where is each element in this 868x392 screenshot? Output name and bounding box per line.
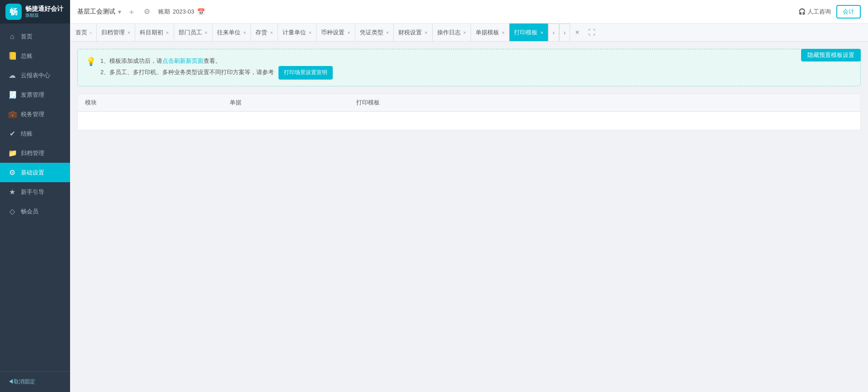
tab-label: 存货 [255, 28, 267, 37]
tab-close-all-button[interactable]: × [570, 24, 585, 42]
sidebar-item-label: 归档管理 [21, 149, 44, 157]
col-module-header: 模块 [78, 99, 222, 107]
notice-box: 💡 1、模板添加成功后，请点击刷新新页面查看。 2、多员工、多打印机、多种业务类… [77, 49, 861, 86]
tab-home[interactable]: 首页 ‹ [71, 24, 97, 42]
home-icon: ⌂ [8, 33, 16, 41]
tab-close-icon[interactable]: × [309, 30, 311, 35]
company-selector[interactable]: 基层工会测试 ▾ [77, 8, 121, 16]
tab-archive[interactable]: 归档管理 × [97, 24, 135, 42]
topbar: 基层工会测试 ▾ ＋ ⚙ 账期 2023-03 📅 🎧 人工咨询 会计 [70, 0, 868, 24]
archive-icon: 📁 [8, 149, 16, 157]
headset-icon: 🎧 [798, 8, 806, 15]
logo-area: 畅 畅捷通好会计 旗舰版 [0, 0, 70, 24]
sidebar-item-label: 发票管理 [21, 91, 44, 99]
tab-nav-icon: ‹ [90, 30, 92, 35]
tab-print[interactable]: 打印模板 × [509, 24, 548, 42]
settings-icon: ⚙ [8, 168, 16, 177]
sidebar-item-ledger[interactable]: 📒 总账 [0, 46, 70, 66]
tab-close-icon[interactable]: × [243, 30, 246, 35]
tab-label: 凭证类型 [360, 28, 383, 37]
tab-subject[interactable]: 科目期初 × [135, 24, 174, 42]
sidebar-item-guide[interactable]: ★ 新手引导 [0, 182, 70, 202]
tab-prev-button[interactable]: ‹ [548, 24, 559, 42]
cloud-icon: ☁ [8, 71, 16, 80]
tab-label: 部门员工 [179, 28, 202, 37]
sidebar-item-label: 畅会员 [21, 208, 38, 216]
calendar-icon[interactable]: 📅 [197, 8, 205, 15]
sidebar-item-label: 首页 [21, 33, 33, 41]
sidebar-item-settings[interactable]: ⚙ 基础设置 [0, 163, 70, 182]
tab-close-icon[interactable]: × [463, 30, 466, 35]
tab-close-icon[interactable]: × [540, 30, 543, 35]
tab-label: 币种设置 [321, 28, 344, 37]
sidebar-item-tax[interactable]: 💼 税务管理 [0, 104, 70, 124]
tab-customer[interactable]: 往来单位 × [212, 24, 251, 42]
tab-close-icon[interactable]: × [270, 30, 273, 35]
sidebar: 畅 畅捷通好会计 旗舰版 ⌂ 首页 📒 总账 ☁ 云报表中心 🧾 发票管理 💼 … [0, 0, 70, 392]
tabbar: 首页 ‹ 归档管理 × 科目期初 × 部门员工 × 往来单位 × 存货 × 计量… [70, 24, 868, 42]
sidebar-nav: ⌂ 首页 📒 总账 ☁ 云报表中心 🧾 发票管理 💼 税务管理 ✔ 结账 📁 归… [0, 24, 70, 371]
sidebar-item-invoice[interactable]: 🧾 发票管理 [0, 85, 70, 104]
print-template-table: 模块 单据 打印模板 [77, 94, 861, 130]
tab-label: 计量单位 [283, 28, 306, 37]
sidebar-item-label: 税务管理 [21, 110, 44, 118]
settings-gear-icon[interactable]: ⚙ [142, 7, 152, 16]
sidebar-item-home[interactable]: ⌂ 首页 [0, 27, 70, 46]
tab-close-icon[interactable]: × [347, 30, 350, 35]
period-value: 2023-03 [173, 8, 194, 15]
tax-icon: 💼 [8, 110, 16, 118]
tab-dept[interactable]: 部门员工 × [174, 24, 212, 42]
tab-label: 首页 [75, 28, 87, 37]
tab-close-icon[interactable]: × [425, 30, 427, 35]
ledger-icon: 📒 [8, 52, 16, 60]
sidebar-item-label: 云报表中心 [21, 71, 50, 80]
tab-unit[interactable]: 计量单位 × [278, 24, 316, 42]
add-tab-button[interactable]: ＋ [126, 6, 137, 17]
member-icon: ◇ [8, 207, 16, 216]
sidebar-item-member[interactable]: ◇ 畅会员 [0, 202, 70, 221]
tab-next-button[interactable]: › [559, 24, 570, 42]
sidebar-item-label: 总账 [21, 52, 33, 60]
tab-expand-button[interactable]: ⛶ [585, 24, 599, 42]
table-body [78, 112, 860, 130]
tab-close-icon[interactable]: × [386, 30, 389, 35]
tab-label: 打印模板 [514, 28, 538, 37]
sidebar-item-archive[interactable]: 📁 归档管理 [0, 143, 70, 163]
tab-tax-set[interactable]: 财税设置 × [394, 24, 432, 42]
tab-voucher[interactable]: 凭证类型 × [355, 24, 394, 42]
accountant-button[interactable]: 会计 [836, 5, 861, 19]
tab-label: 科目期初 [140, 28, 163, 37]
tab-oplog[interactable]: 操作日志 × [433, 24, 471, 42]
tab-label: 往来单位 [217, 28, 241, 37]
tab-inventory[interactable]: 存货 × [251, 24, 278, 42]
print-scene-button[interactable]: 打印场景设置宣明 [278, 66, 333, 80]
tab-close-icon[interactable]: × [205, 30, 208, 35]
tab-close-icon[interactable]: × [127, 30, 130, 35]
content-area: 隐藏预置模板设置 💡 1、模板添加成功后，请点击刷新新页面查看。 2、多员工、多… [70, 42, 868, 392]
topbar-right: 🎧 人工咨询 会计 [798, 5, 861, 19]
tab-currency[interactable]: 币种设置 × [316, 24, 355, 42]
close-period-icon: ✔ [8, 129, 16, 138]
tab-close-icon[interactable]: × [166, 30, 169, 35]
col-template-header: 打印模板 [349, 99, 860, 107]
tab-close-icon[interactable]: × [502, 30, 505, 35]
main-area: 基层工会测试 ▾ ＋ ⚙ 账期 2023-03 📅 🎧 人工咨询 会计 首页 ‹… [70, 0, 868, 392]
period-display: 账期 2023-03 📅 [158, 8, 205, 16]
tab-label: 操作日志 [437, 28, 461, 37]
sidebar-item-reports[interactable]: ☁ 云报表中心 [0, 66, 70, 85]
tab-label: 单据模板 [476, 28, 499, 37]
hide-preview-button[interactable]: 隐藏预置模板设置 [801, 49, 861, 61]
unpin-button[interactable]: ◀取消固定 [0, 371, 70, 392]
company-dropdown-icon[interactable]: ▾ [118, 8, 121, 15]
tab-slip[interactable]: 单据模板 × [471, 24, 509, 42]
sidebar-item-label: 新手引导 [21, 188, 44, 196]
customer-service-button[interactable]: 🎧 人工咨询 [798, 8, 831, 16]
logo-text: 畅捷通好会计 旗舰版 [25, 5, 63, 19]
notice-content: 1、模板添加成功后，请点击刷新新页面查看。 2、多员工、多打印机、多种业务类型设… [100, 56, 333, 80]
invoice-icon: 🧾 [8, 90, 16, 99]
refresh-link[interactable]: 点击刷新新页面 [162, 57, 203, 64]
guide-icon: ★ [8, 188, 16, 196]
table-header: 模块 单据 打印模板 [78, 94, 860, 112]
sidebar-item-close[interactable]: ✔ 结账 [0, 124, 70, 143]
sidebar-item-label: 结账 [21, 130, 33, 138]
